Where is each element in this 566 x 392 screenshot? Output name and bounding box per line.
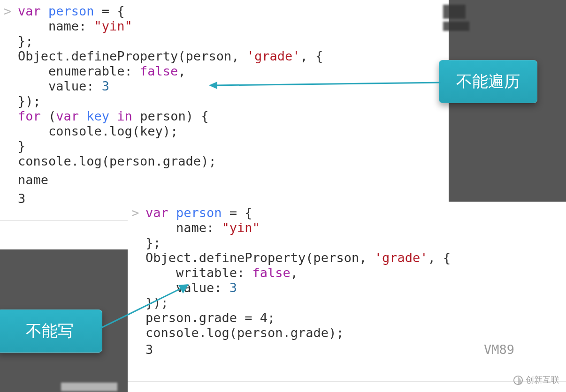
vm-label: VM89 (484, 342, 514, 357)
watermark: 创新互联 (513, 374, 559, 385)
divider (0, 200, 449, 200)
code-line: Object.defineProperty(person, 'grade', { (4, 49, 445, 64)
keyword-for: for (18, 109, 41, 123)
divider (128, 381, 566, 382)
code-line: console.log(person.grade); (131, 325, 566, 340)
text: name: (145, 220, 222, 235)
code-line: } (4, 139, 445, 154)
obscure-box (443, 22, 469, 31)
boolean-literal: false (252, 265, 291, 280)
keyword-var: var (145, 205, 168, 220)
code-line: }; (4, 34, 445, 49)
obscure-box (61, 383, 117, 391)
code-line: writable: false, (131, 265, 566, 280)
text: person) { (132, 109, 209, 123)
arrow-1 (209, 79, 441, 93)
code-line: >var person = { (131, 205, 566, 220)
text: ( (41, 109, 56, 123)
code-line: for (var key in person) { (4, 109, 445, 124)
code-line: name: "yin" (131, 220, 566, 235)
svg-marker-1 (209, 82, 217, 89)
svg-line-0 (215, 83, 441, 85)
number-literal: 3 (229, 280, 237, 295)
code-line: }); (4, 94, 445, 109)
keyword-var: var (56, 109, 79, 123)
callout-cannot-enumerate: 不能遍历 (439, 60, 537, 103)
output-value: 3 (145, 342, 153, 357)
output-line: 3VM89 (131, 342, 566, 357)
text: = { (222, 205, 252, 220)
identifier: person (168, 205, 222, 220)
svg-line-2 (100, 288, 182, 328)
keyword-in: in (117, 109, 132, 123)
code-panel-bottom: >var person = { name: "yin" }; Object.de… (128, 202, 566, 392)
code-line: console.log(person.grade); (4, 154, 445, 169)
code-line: person.grade = 4; (131, 310, 566, 325)
boolean-literal: false (140, 64, 178, 78)
string-literal: 'grade' (375, 250, 428, 265)
callout-cannot-write: 不能写 (0, 309, 102, 353)
arrow-2 (100, 281, 190, 333)
logo-icon (513, 375, 523, 385)
code-line: Object.defineProperty(person, 'grade', { (131, 250, 566, 265)
string-literal: "yin" (222, 220, 260, 235)
text: , (178, 64, 185, 78)
code-line: >var person = { (4, 4, 445, 19)
text: value: (18, 79, 102, 93)
keyword-var: var (18, 4, 41, 18)
text: , (291, 265, 298, 280)
output-line: name (4, 173, 445, 188)
identifier: person (48, 4, 94, 18)
code-line: }); (131, 295, 566, 310)
text: writable: (145, 265, 252, 280)
code-line: name: "yin" (4, 19, 445, 34)
prompt-icon: > (131, 205, 145, 220)
prompt-icon: > (4, 4, 18, 19)
code-line: value: 3 (131, 280, 566, 295)
code-line: enumerable: false, (4, 64, 445, 79)
string-literal: 'grade' (247, 49, 300, 63)
obscure-box (443, 5, 466, 19)
identifier: key (79, 109, 117, 123)
text: Object.defineProperty(person, (145, 250, 375, 265)
number-literal: 3 (102, 79, 109, 93)
text: enumerable: (18, 64, 140, 78)
stage: >var person = { name: "yin" }; Object.de… (0, 0, 566, 392)
string-literal: "yin" (94, 19, 132, 33)
watermark-text: 创新互联 (526, 375, 559, 384)
code-line: console.log(key); (4, 124, 445, 139)
code-line: }; (131, 235, 566, 250)
text: , { (428, 250, 451, 265)
